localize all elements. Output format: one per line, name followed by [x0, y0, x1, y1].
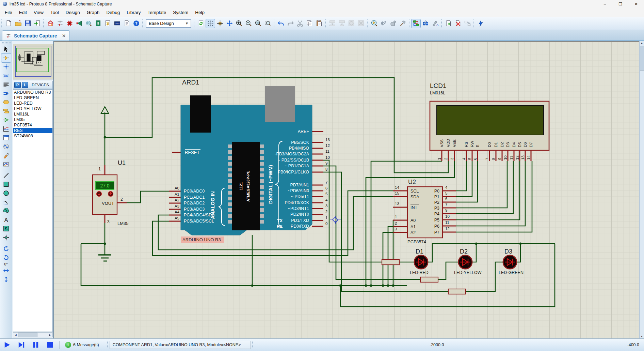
menu-view[interactable]: View — [30, 9, 47, 16]
scroll-right-icon[interactable]: ► — [48, 333, 52, 337]
component-led-led-yellow[interactable]: D2LED-YELLOW — [454, 248, 482, 275]
pause-button[interactable] — [30, 340, 42, 349]
undo-icon[interactable] — [276, 19, 285, 28]
canvas-vertical-scrollbar[interactable]: ▲ ▼ — [639, 41, 644, 338]
pcb-layout-icon[interactable] — [65, 19, 74, 28]
rotate-anticlockwise-icon[interactable] — [1, 253, 11, 262]
device-item-lm016l[interactable]: LM016L — [13, 111, 52, 117]
device-item-led-red[interactable]: LED-RED — [13, 101, 52, 106]
device-item-arduino-uno-r3[interactable]: ARDUINO UNO R3 — [13, 90, 52, 95]
scroll-up-icon[interactable]: ▲ — [640, 42, 644, 45]
scrollbar-thumb[interactable] — [640, 46, 644, 71]
component-arduino[interactable]: ARD1 1121 ATMEGA328P-PU RESET ANALOG IN … — [175, 79, 330, 243]
device-item-pcf8574[interactable]: PCF8574 — [13, 122, 52, 128]
devices-scrollbar[interactable]: ◄ ► — [13, 332, 53, 337]
redraw-icon[interactable] — [196, 19, 205, 28]
open-project-icon[interactable] — [14, 19, 22, 28]
2d-line-icon[interactable] — [1, 171, 11, 180]
pick-device-button[interactable]: P — [14, 82, 21, 88]
help-icon[interactable]: ? — [132, 19, 141, 28]
wire-autorouter-icon[interactable] — [412, 19, 420, 28]
zoom-out-icon[interactable] — [244, 19, 253, 28]
root-sheet-combo[interactable]: Base Design ▼ — [146, 19, 191, 28]
2d-text-icon[interactable]: A — [1, 215, 11, 224]
device-item-led-yellow[interactable]: LED-YELLOW — [13, 106, 52, 111]
menu-template[interactable]: Template — [144, 9, 170, 16]
junction-dot-mode-icon[interactable] — [1, 62, 11, 71]
2d-symbol-icon[interactable]: S — [1, 224, 11, 233]
mirror-horizontal-icon[interactable] — [1, 266, 11, 275]
pick-parts-icon[interactable] — [370, 19, 379, 28]
generator-mode-icon[interactable] — [1, 142, 11, 151]
voltage-probe-mode-icon[interactable] — [1, 151, 11, 160]
close-button[interactable]: ✕ — [628, 0, 644, 8]
terminals-mode-icon[interactable] — [1, 107, 11, 116]
component-pcf8574[interactable]: U2 SCL14SDA15INT13A01A12A23P04P15P26P37P… — [395, 179, 450, 244]
play-button[interactable] — [1, 340, 13, 349]
selection-mode-icon[interactable] — [1, 45, 11, 54]
device-item-res[interactable]: RES — [13, 128, 52, 133]
zoom-sheet-icon[interactable] — [263, 19, 272, 28]
property-assignment-icon[interactable]: A — [431, 19, 439, 28]
new-project-icon[interactable] — [4, 19, 13, 28]
rotate-clockwise-icon[interactable] — [1, 244, 11, 253]
message-count[interactable]: 6 Message(s) — [73, 342, 99, 347]
2d-box-icon[interactable] — [1, 180, 11, 189]
menu-tool[interactable]: Tool — [47, 9, 62, 16]
mirror-vertical-icon[interactable] — [1, 275, 11, 284]
3d-viewer-icon[interactable] — [75, 19, 83, 28]
device-item-lm35[interactable]: LM35 — [13, 117, 52, 122]
2d-arc-icon[interactable] — [1, 198, 11, 207]
step-button[interactable] — [16, 340, 27, 349]
make-device-icon[interactable] — [379, 19, 388, 28]
device-item-led-green[interactable]: LED-GREEN — [13, 95, 52, 101]
menu-file[interactable]: File — [1, 9, 16, 16]
tab-close-icon[interactable]: ✕ — [62, 33, 66, 39]
ground-terminal[interactable] — [98, 255, 111, 261]
block-move-icon[interactable] — [337, 19, 346, 28]
bill-of-materials-icon[interactable]: $ — [103, 19, 112, 28]
virtual-instruments-mode-icon[interactable] — [1, 160, 11, 169]
component-lm35[interactable]: U1 27.0 VOUT 1 2 3 LM35 — [93, 159, 129, 226]
component-mode-icon[interactable] — [1, 54, 11, 62]
electrical-check-icon[interactable] — [476, 19, 485, 28]
block-rotate-icon[interactable] — [347, 19, 356, 28]
gerber-viewer-icon[interactable] — [84, 19, 93, 28]
stop-button[interactable] — [44, 340, 56, 349]
menu-debug[interactable]: Debug — [103, 9, 123, 16]
maximize-button[interactable]: ❐ — [613, 0, 628, 8]
copy-icon[interactable] — [305, 19, 314, 28]
menu-graph[interactable]: Graph — [83, 9, 103, 16]
subcircuit-mode-icon[interactable] — [1, 98, 11, 107]
toggle-grid-icon[interactable] — [206, 19, 215, 28]
menu-library[interactable]: Library — [123, 9, 144, 16]
paste-icon[interactable] — [315, 19, 323, 28]
2d-marker-icon[interactable] — [1, 233, 11, 242]
text-script-mode-icon[interactable] — [1, 80, 11, 89]
menu-edit[interactable]: Edit — [16, 9, 30, 16]
packaging-tool-icon[interactable] — [389, 19, 398, 28]
cut-icon[interactable] — [295, 19, 304, 28]
simulation-log-icon[interactable]: 0101 — [113, 19, 122, 28]
pan-icon[interactable] — [225, 19, 234, 28]
menu-help[interactable]: Help — [192, 9, 208, 16]
device-item-st24w08[interactable]: ST24W08 — [13, 133, 52, 139]
scroll-down-icon[interactable]: ▼ — [640, 335, 644, 338]
menu-design[interactable]: Design — [62, 9, 83, 16]
tab-schematic-capture[interactable]: Schematic Capture ✕ — [2, 30, 70, 41]
overview-minimap[interactable] — [13, 44, 53, 79]
decompose-icon[interactable] — [398, 19, 407, 28]
scroll-left-icon[interactable]: ◄ — [13, 333, 18, 337]
2d-path-icon[interactable] — [1, 207, 11, 215]
component-lcd[interactable]: LCD1 LM016L VSS1VDD2VEE3RS4RW5E6D07D18D2… — [430, 82, 549, 160]
block-copy-icon[interactable] — [328, 19, 337, 28]
library-manager-button[interactable]: L — [22, 82, 28, 88]
save-project-icon[interactable] — [23, 19, 32, 28]
2d-circle-icon[interactable] — [1, 189, 11, 198]
graph-mode-icon[interactable] — [1, 124, 11, 133]
block-delete-icon[interactable] — [356, 19, 365, 28]
zoom-area-icon[interactable] — [254, 19, 262, 28]
component-led-led-green[interactable]: D3LED-GREEN — [499, 248, 524, 275]
new-sheet-icon[interactable] — [444, 19, 453, 28]
design-explorer-icon[interactable] — [94, 19, 102, 28]
